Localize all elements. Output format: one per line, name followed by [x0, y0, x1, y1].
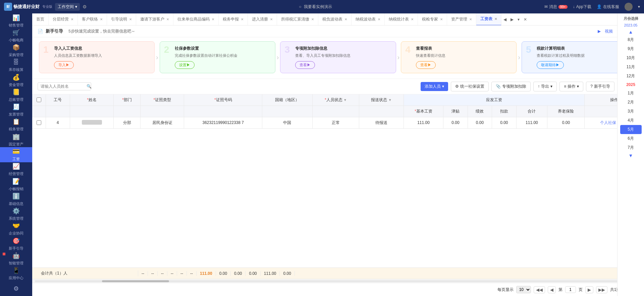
sidebar-item-guide[interactable]: 🎯 新手引导 — [0, 237, 32, 251]
step3-btn[interactable]: 查看▶ — [295, 61, 315, 69]
sidebar-item-invoice[interactable]: 🧾 发票管理 — [0, 103, 32, 118]
month-11[interactable]: 11月 — [620, 62, 642, 72]
sidebar-item-salary[interactable]: 💳 工资 — [0, 147, 32, 162]
report-filter-icon[interactable]: ▼ — [388, 98, 392, 102]
tab-income-tax[interactable]: 所得税汇算清缴 ✕ — [277, 13, 318, 26]
sidebar-item-ai[interactable]: 🤖 智能管理 — [0, 251, 32, 266]
sidebar-item-sales[interactable]: 📊 销售管理 — [0, 13, 32, 28]
tab-clearance[interactable]: 进入清册 ✕ — [248, 13, 277, 26]
month-12[interactable]: 12月 — [620, 72, 642, 81]
close-icon[interactable]: ✕ — [311, 17, 314, 21]
uniform-social-btn[interactable]: ⚙ 统一社保设置 — [451, 82, 489, 91]
close-icon[interactable]: ✕ — [494, 17, 497, 21]
new-guide-btn[interactable]: ? 新手引导 — [586, 82, 614, 91]
month-1[interactable]: 1月 — [620, 89, 642, 98]
tab-tax-stats[interactable]: 纳税统计表 ✕ — [385, 13, 418, 26]
tab-nav-next[interactable]: ▶ — [508, 17, 516, 22]
sidebar-item-system[interactable]: ⚙️ 系统管理 — [0, 207, 32, 221]
step2-btn[interactable]: 设置▶ — [175, 61, 195, 69]
sidebar-item-finance[interactable]: 💰 资金管理 — [0, 73, 32, 88]
tab-close-all[interactable]: ✕ — [522, 17, 529, 22]
close-icon[interactable]: ✕ — [440, 17, 443, 21]
sidebar-item-purchase[interactable]: 📦 采购管理 — [0, 43, 32, 58]
tab-guide[interactable]: 引导说明 ✕ — [107, 13, 136, 26]
tab-home[interactable]: 首页 — [32, 13, 49, 26]
tab-layered[interactable]: 分层经营 ✕ — [49, 13, 78, 26]
month-down-btn[interactable]: ▼ — [628, 152, 634, 159]
month-4[interactable]: 4月 — [620, 116, 642, 125]
select-all-checkbox[interactable] — [37, 97, 41, 102]
avatar[interactable] — [625, 3, 633, 11]
sidebar-item-expense[interactable]: 📝 小畅报销 — [0, 177, 32, 192]
month-up-btn[interactable]: ▲ — [628, 29, 634, 35]
tab-salary[interactable]: 工资表 ✕ — [476, 13, 501, 26]
close-icon[interactable]: ✕ — [129, 17, 132, 21]
close-icon[interactable]: ✕ — [344, 17, 347, 21]
settings-icon[interactable]: ⚙ — [83, 4, 87, 9]
search-input[interactable] — [38, 82, 91, 90]
guide-video-btn[interactable]: ▶ 视频 — [598, 29, 613, 34]
tab-tax-wave[interactable]: 税负波动表 ✕ — [318, 13, 352, 26]
step1-btn[interactable]: 导入▶ — [54, 61, 74, 69]
tab-tax-wave2[interactable]: 纳税波动表 ✕ — [352, 13, 385, 26]
row-checkbox[interactable] — [37, 120, 41, 125]
next-page-btn[interactable]: ▶ — [585, 286, 593, 293]
tab-invite[interactable]: 邀请下游客户 ✕ — [136, 13, 173, 26]
month-6[interactable]: 6月 — [620, 134, 642, 143]
close-icon[interactable]: ✕ — [241, 17, 244, 21]
close-icon[interactable]: ✕ — [411, 17, 414, 21]
sidebar-item-ecommerce[interactable]: 🛒 小畅电商 — [0, 28, 32, 43]
search-icon[interactable]: 🔍 — [87, 84, 92, 89]
close-icon[interactable]: ✕ — [378, 17, 380, 21]
last-page-btn[interactable]: ▶▶ — [596, 286, 607, 293]
tab-asset-mgmt[interactable]: 资产管理 ✕ — [447, 13, 476, 26]
sidebar-item-apps[interactable]: 📱 应用中心 — [0, 266, 32, 281]
year-2025[interactable]: 2025 — [620, 81, 642, 89]
month-9[interactable]: 9月 — [620, 44, 642, 53]
sidebar-item-assets[interactable]: 🏢 固定资产 — [0, 132, 32, 147]
month-7[interactable]: 7月 — [620, 143, 642, 152]
special-deduction-btn[interactable]: 📎 专项附加扣除 — [491, 82, 531, 91]
user-menu[interactable]: ▾ — [638, 4, 640, 9]
sidebar-item-inventory[interactable]: 🗄 库存核算 — [0, 58, 32, 73]
app-download-btn[interactable]: ↓ App下载 — [573, 4, 591, 10]
tab-nav-prev[interactable]: ◀ — [501, 17, 508, 22]
month-2[interactable]: 2月 — [620, 98, 642, 107]
export-btn[interactable]: ↑ 导出 ▾ — [533, 82, 557, 91]
personal-social-link[interactable]: 个人社保 — [600, 120, 616, 125]
month-10[interactable]: 10月 — [620, 53, 642, 62]
top-bar-demo[interactable]: ○ 我要看实例演示 — [299, 4, 332, 10]
step5-btn[interactable]: 敬请期待▶ — [537, 61, 564, 69]
close-icon[interactable]: ✕ — [71, 17, 73, 21]
step4-btn[interactable]: 查看▶ — [416, 61, 436, 69]
horizontal-scrollbar[interactable] — [32, 279, 644, 283]
page-input[interactable] — [565, 286, 576, 293]
per-page-select[interactable]: 10 20 50 — [516, 286, 531, 293]
tab-more[interactable]: ▾ — [516, 17, 522, 22]
sidebar-item-ledger[interactable]: 📒 总账管理 — [0, 88, 32, 102]
workspace-selector[interactable]: 工作空间 ▾ — [55, 3, 80, 11]
sidebar-item-corp[interactable]: 🤝 企业协同 — [0, 222, 32, 237]
month-3[interactable]: 3月 — [620, 107, 642, 116]
sidebar-item-basic[interactable]: ℹ️ 基础信息 — [0, 192, 32, 207]
month-8[interactable]: 8月 — [620, 35, 642, 44]
add-person-btn[interactable]: 添加人员 ▾ — [421, 82, 448, 91]
status-filter-icon[interactable]: ▼ — [343, 98, 347, 102]
tab-tax-declare[interactable]: 税务申报 ✕ — [219, 13, 248, 26]
tab-product-code[interactable]: 往来单位商品编码 ✕ — [173, 13, 219, 26]
tab-customer[interactable]: 客户联络 ✕ — [78, 13, 107, 26]
sidebar-item-tax[interactable]: 📋 税务管理 — [0, 118, 32, 132]
tab-tax-expert[interactable]: 税检专家 ✕ — [418, 13, 447, 26]
prev-page-btn[interactable]: ◀ — [548, 286, 556, 293]
sidebar-item-settings[interactable]: ⚙ — [0, 281, 32, 296]
close-icon[interactable]: ✕ — [212, 17, 214, 21]
sidebar-item-operation[interactable]: 📈 经营管理 — [0, 162, 32, 177]
close-icon[interactable]: ✕ — [469, 17, 472, 21]
close-icon[interactable]: ✕ — [270, 17, 273, 21]
close-icon[interactable]: ✕ — [166, 17, 169, 21]
close-icon[interactable]: ✕ — [100, 17, 103, 21]
first-page-btn[interactable]: ◀◀ — [534, 286, 545, 293]
operation-btn[interactable]: ≡ 操作 ▾ — [559, 82, 583, 91]
online-service-btn[interactable]: 👤 在线客服 — [597, 4, 619, 10]
message-btn[interactable]: ✉ 消息 99+ — [544, 4, 568, 10]
